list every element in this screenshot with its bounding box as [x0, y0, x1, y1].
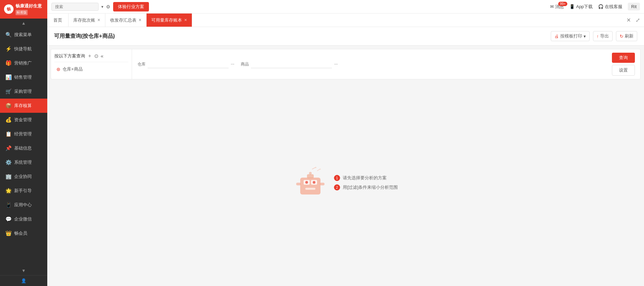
export-button[interactable]: ↑ 导出: [593, 31, 613, 41]
message-button[interactable]: ✉ 消息 99+: [550, 4, 564, 10]
scheme-warehouse-icon: ⊛: [56, 67, 60, 72]
sidebar-item-app-center[interactable]: 📱 应用中心: [0, 198, 47, 212]
tab-close-all-button[interactable]: ✕: [625, 16, 632, 25]
filter-action-buttons: 查询 设置: [612, 53, 635, 76]
tab-home[interactable]: 首页: [47, 14, 69, 27]
sidebar-item-sales[interactable]: 📊 销售管理: [0, 70, 47, 84]
tab-close-batch-icon[interactable]: ✕: [97, 18, 100, 22]
hint-text-1: 请先选择要分析的方案: [343, 175, 387, 181]
enterprise-icon: 🏢: [5, 174, 11, 180]
app-center-icon: 📱: [5, 202, 11, 208]
svg-rect-8: [296, 183, 301, 185]
service-label: 在线客服: [605, 4, 622, 10]
sidebar-item-label: 搜索菜单: [14, 32, 32, 38]
sidebar-item-wechat[interactable]: 💬 企业微信: [0, 212, 47, 226]
svg-line-11: [317, 169, 320, 171]
topbar-right: ✉ 消息 99+ 📱 App下载 🎧 在线客服 Rit: [550, 3, 640, 10]
filter-setting-scheme-button[interactable]: ⊙: [94, 53, 99, 59]
print-icon: 🖨: [555, 34, 559, 39]
member-icon: 👑: [5, 230, 11, 236]
export-icon: ↑: [597, 34, 599, 39]
tab-expand-button[interactable]: ⤢: [634, 16, 641, 25]
refresh-button[interactable]: ↻ 刷新: [616, 31, 637, 41]
tabs-bar: 首页 库存批次账 ✕ 收发存汇总表 ✕ 可用量库存账本 ✕ ✕ ⤢: [47, 14, 644, 27]
warehouse-label: 仓库: [137, 61, 146, 67]
goods-more-icon[interactable]: ···: [334, 61, 337, 67]
refresh-label: 刷新: [625, 33, 634, 39]
user-profile-button[interactable]: Rit: [628, 3, 640, 10]
tab-deposit-summary[interactable]: 收发存汇总表 ✕: [105, 14, 147, 27]
svg-rect-6: [307, 174, 314, 178]
export-label: 导出: [600, 33, 609, 39]
user-name: Rit: [631, 4, 637, 9]
settings-button[interactable]: 设置: [612, 65, 635, 76]
sidebar-item-label: 基础信息: [14, 145, 32, 151]
print-template-button[interactable]: 🖨 按模板打印 ▾: [551, 31, 590, 41]
warehouse-input[interactable]: [148, 60, 229, 68]
sidebar-item-label: 新手引导: [14, 188, 32, 194]
hint-num-1: 1: [334, 175, 340, 181]
filter-collapse-button[interactable]: «: [101, 53, 103, 59]
sidebar-item-operation[interactable]: 📋 经营管理: [0, 127, 47, 141]
main-area: ▾ ⚙ 体验行业方案 ✉ 消息 99+ 📱 App下载 🎧 在线客服 Rit: [47, 0, 644, 286]
dropdown-arrow-icon[interactable]: ▾: [101, 4, 103, 9]
page-title: 可用量查询(按仓库+商品): [54, 33, 115, 40]
search-input[interactable]: [51, 3, 99, 11]
online-service-button[interactable]: 🎧 在线客服: [598, 4, 622, 10]
tab-available-label: 可用量库存账本: [151, 17, 182, 23]
tab-batch-label: 库存批次账: [73, 17, 95, 23]
content-area: 可用量查询(按仓库+商品) 🖨 按模板打印 ▾ ↑ 导出 ↻ 刷新: [47, 27, 644, 286]
warehouse-more-icon[interactable]: ···: [231, 61, 234, 67]
tab-deposit-label: 收发存汇总表: [110, 17, 136, 23]
goods-input[interactable]: [251, 60, 332, 68]
filter-panel: 按以下方案查询 ＋ ⊙ « ⊛ 仓库+商品 仓库 ···: [51, 49, 641, 79]
sidebar-item-label: 快捷导航: [14, 46, 32, 52]
tab-available-ledger[interactable]: 可用量库存账本 ✕: [147, 14, 192, 27]
filter-add-scheme-button[interactable]: ＋: [87, 53, 92, 59]
sidebar-item-member[interactable]: 👑 畅会员: [0, 226, 47, 240]
logo-name: 畅康通好生意: [16, 3, 42, 9]
sidebar-item-label: 系统管理: [14, 159, 32, 165]
logo-text-block: 畅康通好生意 标准版: [16, 3, 42, 15]
sidebar-bottom[interactable]: 👤: [0, 275, 47, 286]
sidebar-item-inventory[interactable]: 📦 库存核算: [0, 99, 47, 113]
sidebar-item-enterprise[interactable]: 🏢 企业协同: [0, 170, 47, 184]
sidebar-item-finance[interactable]: 💰 资金管理: [0, 113, 47, 127]
sidebar-item-basic[interactable]: 📌 基础信息: [0, 141, 47, 155]
sidebar-item-system[interactable]: ⚙️ 系统管理: [0, 155, 47, 170]
app-label: App下载: [576, 4, 593, 10]
sales-icon: 📊: [5, 74, 11, 80]
filter-scheme-header: 按以下方案查询 ＋ ⊙ «: [54, 53, 128, 62]
system-icon: ⚙️: [5, 159, 11, 165]
sidebar-item-label: 应用中心: [14, 202, 32, 208]
filter-warehouse-field: 仓库 ···: [137, 60, 234, 68]
sidebar-scroll-down[interactable]: ▼: [0, 266, 47, 275]
app-download-button[interactable]: 📱 App下载: [569, 4, 593, 10]
tab-close-available-icon[interactable]: ✕: [184, 18, 187, 22]
sidebar-item-purchase[interactable]: 🛒 采购管理: [0, 84, 47, 99]
version-badge: 标准版: [16, 10, 28, 15]
trial-button[interactable]: 体验行业方案: [113, 2, 149, 11]
svg-rect-5: [305, 188, 315, 190]
sidebar-scroll-up[interactable]: ▲: [0, 19, 47, 28]
filter-scheme-item-warehouse[interactable]: ⊛ 仓库+商品: [54, 63, 128, 75]
tab-home-label: 首页: [53, 17, 62, 23]
sidebar-item-marketing[interactable]: 🎁 营销推广: [0, 56, 47, 70]
gear-icon[interactable]: ⚙: [106, 4, 110, 9]
marketing-icon: 🎁: [5, 60, 11, 66]
sidebar-item-newbie[interactable]: 🌟 新手引导: [0, 184, 47, 198]
sidebar-item-quick-nav[interactable]: ⚡ 快捷导航: [0, 42, 47, 56]
filter-scheme-panel: 按以下方案查询 ＋ ⊙ « ⊛ 仓库+商品: [51, 49, 132, 79]
tab-close-deposit-icon[interactable]: ✕: [138, 18, 141, 22]
goods-label: 商品: [241, 61, 249, 67]
print-dropdown-icon: ▾: [584, 34, 586, 39]
wechat-icon: 💬: [5, 216, 11, 222]
sidebar-menu: 🔍 搜索菜单 ⚡ 快捷导航 🎁 营销推广 📊 销售管理 🛒 采购管理 📦 库存核…: [0, 28, 47, 266]
query-button[interactable]: 查询: [612, 53, 635, 63]
page-header: 可用量查询(按仓库+商品) 🖨 按模板打印 ▾ ↑ 导出 ↻ 刷新: [47, 27, 644, 46]
tab-batch-account[interactable]: 库存批次账 ✕: [69, 14, 105, 27]
sidebar-item-search[interactable]: 🔍 搜索菜单: [0, 28, 47, 42]
message-icon: ✉: [550, 4, 554, 9]
sidebar-item-label: 库存核算: [14, 103, 32, 109]
sidebar-item-label: 畅会员: [14, 230, 27, 236]
